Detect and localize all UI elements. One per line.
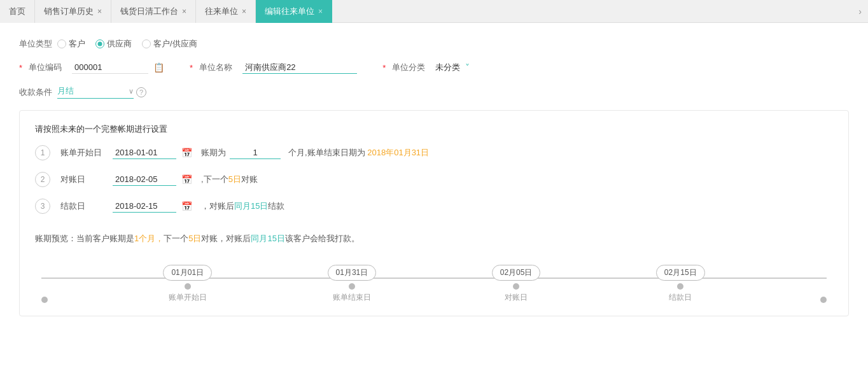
main-content: 单位类型 客户 供应商 客户/供应商 * 单位编码 📋 * 单位名称 — [0, 23, 868, 387]
calendar-icon-2[interactable]: 📅 — [181, 174, 192, 185]
step-period-input[interactable] — [230, 146, 281, 159]
timeline-point-3: 02月05日 对账日 — [492, 265, 541, 303]
step-end-date-1: 2018年01月31日 — [367, 148, 429, 157]
step-desc-2: ,下一个5日对账 — [201, 174, 258, 185]
unit-name-star: * — [190, 63, 193, 73]
tab-home[interactable]: 首页 — [0, 0, 35, 23]
step-highlight-2: 5日 — [228, 174, 241, 184]
payment-terms-label: 收款条件 — [19, 87, 52, 98]
radio-customer[interactable]: 客户 — [57, 38, 85, 50]
unit-type-label: 单位类型 — [19, 38, 52, 50]
step-period-label: 账期为 — [201, 147, 226, 158]
preview-highlight1: 1个月， — [134, 234, 164, 243]
tab-partner-units[interactable]: 往来单位 × — [196, 0, 256, 23]
step-highlight-3: 同月15日 — [234, 201, 268, 211]
step-date-2[interactable] — [113, 173, 176, 186]
timeline-label-3: 02月05日 — [492, 265, 541, 281]
close-edit-partner[interactable]: × — [318, 7, 323, 16]
payment-terms-row: 收款条件 月结 ∨ ? — [19, 85, 849, 99]
radio-circle-customer — [57, 39, 66, 48]
timeline-label-1: 01月01日 — [163, 265, 212, 281]
step-date-1[interactable] — [113, 146, 176, 159]
step-row-2: 2 对账日 📅 ,下一个5日对账 — [35, 172, 833, 187]
unit-name-field: * 单位名称 — [190, 61, 357, 74]
unit-code-star: * — [19, 63, 22, 73]
unit-category-label: 单位分类 — [392, 62, 425, 73]
calendar-icon-1[interactable]: 📅 — [181, 148, 192, 158]
step-row-3: 3 结款日 📅 ，对账后同月15日结款 — [35, 199, 833, 214]
timeline-section: 01月01日 账单开始日 01月31日 账单结束日 02月05日 对账日 — [35, 265, 833, 303]
step-label-2: 对账日 — [60, 174, 105, 185]
close-cash-work[interactable]: × — [182, 7, 186, 16]
timeline-label-2: 01月31日 — [328, 265, 377, 281]
tab-sales-history[interactable]: 销售订单历史 × — [35, 0, 111, 23]
preview-text: 账期预览：当前客户账期是1个月，下一个5日对账，对账后同月15日该客户会给我打款… — [35, 234, 360, 243]
tab-edit-partner[interactable]: 编辑往来单位 × — [256, 0, 332, 23]
timeline-left-dot — [41, 286, 48, 303]
step-desc-3: ，对账后同月15日结款 — [201, 201, 284, 212]
radio-both[interactable]: 客户/供应商 — [142, 38, 197, 50]
radio-circle-both — [142, 39, 151, 48]
radio-circle-supplier — [95, 39, 104, 48]
timeline-right-dot — [820, 286, 827, 303]
unit-info-row: * 单位编码 📋 * 单位名称 * 单位分类 未分类 ˅ — [19, 61, 849, 74]
timeline-caption-4: 结款日 — [669, 292, 692, 303]
step-period-unit: 个月,账单结束日期为 2018年01月31日 — [288, 147, 429, 158]
timeline-point-4: 02月15日 结款日 — [656, 265, 705, 303]
tabs-scroll-right[interactable]: › — [852, 6, 868, 17]
copy-icon[interactable]: 📋 — [153, 62, 164, 73]
timeline-label-4: 02月15日 — [656, 265, 705, 281]
timeline-caption-3: 对账日 — [505, 292, 528, 303]
radio-group-unit-type: 客户 供应商 客户/供应商 — [57, 38, 197, 50]
unit-category-star: * — [382, 63, 386, 73]
category-dropdown-arrow[interactable]: ˅ — [465, 62, 470, 73]
step-label-3: 结款日 — [60, 201, 105, 212]
unit-name-label: 单位名称 — [199, 62, 232, 73]
tab-cash-work[interactable]: 钱货日清工作台 × — [111, 0, 196, 23]
timeline-caption-1: 账单开始日 — [169, 292, 207, 303]
step-label-1: 账单开始日 — [60, 147, 105, 158]
step-date-3[interactable] — [113, 200, 176, 213]
preview-section: 账期预览：当前客户账期是1个月，下一个5日对账，对账后同月15日该客户会给我打款… — [35, 225, 833, 252]
unit-category-field: * 单位分类 未分类 ˅ — [382, 62, 470, 73]
unit-type-row: 单位类型 客户 供应商 客户/供应商 — [19, 38, 849, 50]
help-icon[interactable]: ? — [136, 87, 146, 97]
calendar-icon-3[interactable]: 📅 — [181, 201, 192, 211]
unit-code-input[interactable] — [72, 61, 148, 74]
section-intro: 请按照未来的一个完整帐期进行设置 — [35, 123, 833, 135]
payment-terms-dropdown[interactable]: 月结 ∨ — [57, 85, 134, 99]
timeline-point-1: 01月01日 账单开始日 — [163, 265, 212, 303]
preview-highlight2: 5日 — [188, 234, 201, 243]
close-partner-units[interactable]: × — [242, 7, 246, 16]
unit-category-value: 未分类 — [435, 62, 460, 73]
timeline-caption-2: 账单结束日 — [333, 292, 371, 303]
tabs-bar: 首页 销售订单历史 × 钱货日清工作台 × 往来单位 × 编辑往来单位 × › — [0, 0, 868, 23]
period-section-box: 请按照未来的一个完整帐期进行设置 1 账单开始日 📅 账期为 个月,账单结束日期… — [19, 110, 849, 316]
unit-code-label: 单位编码 — [29, 62, 62, 73]
step-num-2: 2 — [35, 172, 50, 187]
step-num-1: 1 — [35, 145, 50, 160]
radio-supplier[interactable]: 供应商 — [95, 38, 132, 50]
unit-name-input[interactable] — [242, 61, 357, 74]
close-sales-history[interactable]: × — [97, 7, 102, 16]
payment-terms-arrow: ∨ — [129, 87, 134, 95]
unit-code-field: * 单位编码 📋 — [19, 61, 164, 74]
preview-highlight3: 同月15日 — [251, 234, 284, 243]
payment-terms-value: 月结 — [57, 85, 126, 97]
timeline-point-2: 01月31日 账单结束日 — [328, 265, 377, 303]
step-num-3: 3 — [35, 199, 50, 214]
step-row-1: 1 账单开始日 📅 账期为 个月,账单结束日期为 2018年01月31日 — [35, 145, 833, 160]
